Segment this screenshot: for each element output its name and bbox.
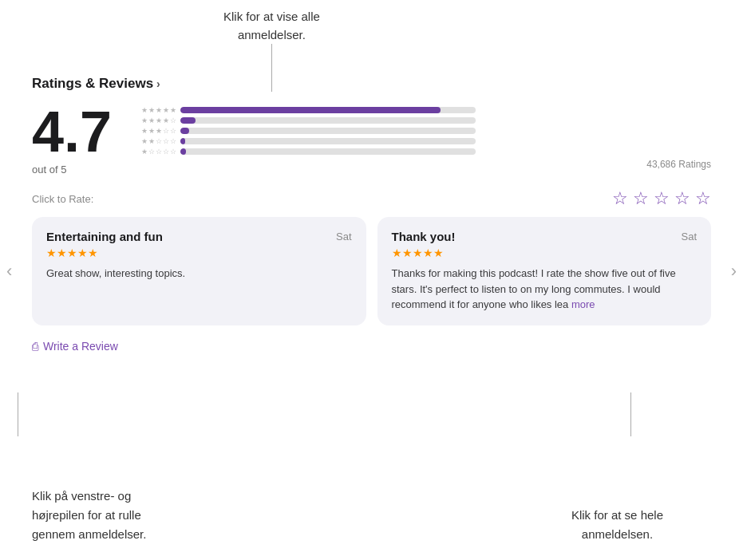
bottom-left-line — [18, 392, 18, 436]
bottom-right-line — [630, 392, 631, 436]
section-header-chevron: › — [156, 77, 160, 90]
histogram-bar-fill — [180, 138, 185, 144]
review-header: Thank you!Sat — [392, 230, 698, 243]
review-title: Entertaining and fun — [46, 230, 163, 243]
total-ratings: 43,686 Ratings — [136, 159, 711, 170]
histogram-bar-fill — [180, 128, 189, 134]
big-score-number: 4.7 — [32, 103, 112, 160]
review-more-link[interactable]: more — [571, 298, 595, 310]
next-arrow[interactable]: › — [728, 258, 740, 285]
write-review-icon: ⎙ — [32, 340, 38, 353]
histogram-row: ★★★☆☆ — [136, 127, 711, 135]
section-header-title: Ratings & Reviews — [32, 76, 153, 92]
histogram-star-icons: ★★★☆☆ — [136, 127, 177, 135]
histogram-bar-fill — [180, 117, 196, 124]
histogram-bar-track — [180, 107, 476, 113]
reviews-row: ‹ Entertaining and funSat★★★★★Great show… — [32, 217, 711, 325]
histogram-row: ★☆☆☆☆ — [136, 148, 711, 156]
histogram-star-icons: ★★☆☆☆ — [136, 137, 177, 145]
histogram-bar-track — [180, 148, 476, 155]
ratings-reviews-section: Ratings & Reviews › 4.7 out of 5 ★★★★★★★… — [32, 76, 711, 353]
review-body: Thanks for making this podcast! I rate t… — [392, 266, 698, 313]
prev-arrow[interactable]: ‹ — [3, 258, 15, 285]
bottom-left-tooltip: Klik på venstre- og højrepilen for at ru… — [32, 487, 146, 544]
top-tooltip-text: Klik for at vise alle anmeldelser. — [223, 8, 320, 44]
histogram-bar-fill — [180, 148, 186, 155]
click-to-rate-label: Click to Rate: — [32, 193, 93, 205]
rate-star-3[interactable]: ☆ — [654, 190, 670, 207]
click-to-rate-row: Click to Rate: ☆☆☆☆☆ — [32, 190, 711, 207]
review-card: Entertaining and funSat★★★★★Great show, … — [32, 217, 366, 325]
histogram-row: ★★☆☆☆ — [136, 137, 711, 145]
rate-star-2[interactable]: ☆ — [633, 190, 649, 207]
review-cards: Entertaining and funSat★★★★★Great show, … — [32, 217, 711, 325]
section-header[interactable]: Ratings & Reviews › — [32, 76, 711, 92]
rate-star-4[interactable]: ☆ — [674, 190, 690, 207]
histogram-star-icons: ★★★★★ — [136, 106, 177, 114]
star-rate-buttons[interactable]: ☆☆☆☆☆ — [612, 190, 711, 207]
histogram-row: ★★★★★ — [136, 106, 711, 114]
ratings-area: 4.7 out of 5 ★★★★★★★★★☆★★★☆☆★★☆☆☆★☆☆☆☆ 4… — [32, 103, 711, 175]
star-histogram: ★★★★★★★★★☆★★★☆☆★★☆☆☆★☆☆☆☆ — [136, 106, 711, 156]
review-body: Great show, interesting topics. — [46, 266, 352, 282]
write-review-link[interactable]: ⎙ Write a Review — [32, 340, 711, 353]
review-header: Entertaining and funSat — [46, 230, 352, 243]
review-card: Thank you!Sat★★★★★Thanks for making this… — [377, 217, 712, 325]
histogram-star-icons: ★☆☆☆☆ — [136, 148, 177, 156]
review-title: Thank you! — [392, 230, 456, 243]
histogram-bar-track — [180, 117, 476, 124]
histogram-bar-track — [180, 128, 476, 134]
big-score-block: 4.7 out of 5 — [32, 103, 112, 175]
review-date: Sat — [681, 231, 697, 243]
histogram-row: ★★★★☆ — [136, 116, 711, 124]
review-date: Sat — [336, 231, 352, 243]
bottom-right-tooltip: Klik for at se hele anmeldelsen. — [571, 506, 663, 544]
rate-star-1[interactable]: ☆ — [612, 190, 628, 207]
histogram-star-icons: ★★★★☆ — [136, 116, 177, 124]
histogram-bar-fill — [180, 107, 441, 113]
review-stars: ★★★★★ — [392, 246, 698, 259]
histogram-block: ★★★★★★★★★☆★★★☆☆★★☆☆☆★☆☆☆☆ 43,686 Ratings — [136, 103, 711, 170]
review-stars: ★★★★★ — [46, 246, 352, 259]
out-of-label: out of 5 — [32, 164, 66, 175]
rate-star-5[interactable]: ☆ — [695, 190, 711, 207]
write-review-label: Write a Review — [43, 340, 118, 353]
histogram-bar-track — [180, 138, 476, 144]
